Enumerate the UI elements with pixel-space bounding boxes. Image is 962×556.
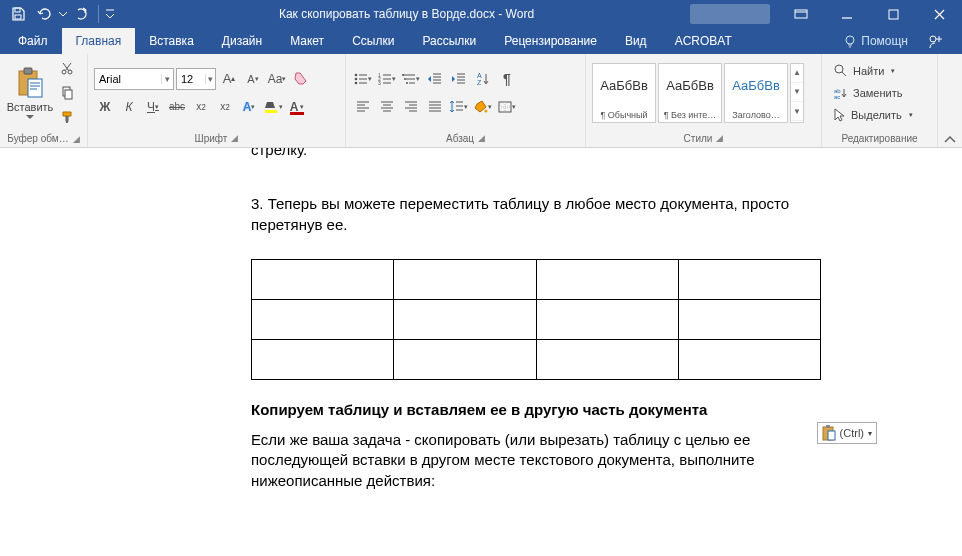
save-button[interactable] [6,2,30,26]
shrink-font-button[interactable]: A▾ [242,68,264,90]
svg-text:3: 3 [378,80,381,85]
bullets-button[interactable]: ▾ [352,68,374,90]
increase-indent-button[interactable] [448,68,470,90]
body-text[interactable]: 3. Теперь вы можете переместить таблицу … [251,194,821,235]
cut-button[interactable] [56,58,78,80]
line-spacing-icon [450,100,464,114]
document-page[interactable]: стрелку. 3. Теперь вы можете переместить… [91,148,871,556]
show-marks-button[interactable]: ¶ [496,68,518,90]
paste-label: Вставить [7,101,54,113]
underline-button[interactable]: Ч▾ [142,96,164,118]
document-table[interactable] [251,259,821,380]
svg-rect-13 [265,110,277,113]
tab-layout[interactable]: Макет [276,28,338,54]
body-text[interactable]: стрелку. [251,148,821,160]
tab-references[interactable]: Ссылки [338,28,408,54]
indent-icon [452,73,466,85]
tab-acrobat[interactable]: ACROBAT [661,28,746,54]
style-no-spacing[interactable]: АаБбВв ¶ Без инте… [658,63,722,123]
styles-expand[interactable]: ▼ [791,102,803,121]
tab-review[interactable]: Рецензирование [490,28,611,54]
chevron-up-icon [944,136,956,144]
qat-customize-button[interactable] [103,2,117,26]
style-normal[interactable]: АаБбВв ¶ Обычный [592,63,656,123]
italic-button[interactable]: К [118,96,140,118]
font-color-button[interactable]: A▾ [286,96,308,118]
document-area[interactable]: стрелку. 3. Теперь вы можете переместить… [0,148,962,556]
style-name-label: ¶ Без инте… [659,108,721,122]
svg-rect-32 [826,425,830,428]
highlight-button[interactable]: ▾ [262,96,284,118]
superscript-button[interactable]: x2 [214,96,236,118]
tab-insert[interactable]: Вставка [135,28,208,54]
numbering-icon: 123 [378,73,392,85]
group-clipboard: Вставить Буфер обм…◢ [0,54,88,147]
undo-button[interactable] [32,2,56,26]
subscript-button[interactable]: x2 [190,96,212,118]
tab-view[interactable]: Вид [611,28,661,54]
redo-button[interactable] [70,2,94,26]
style-preview: АаБбВв [659,64,721,108]
align-center-button[interactable] [376,96,398,118]
strikethrough-button[interactable]: abc [166,96,188,118]
tell-me[interactable]: Помощн [833,34,918,48]
tab-home[interactable]: Главная [62,28,136,54]
cursor-icon [834,108,846,122]
paragraph-dialog-launcher[interactable]: ◢ [478,133,485,143]
close-button[interactable] [916,0,962,28]
tab-mailings[interactable]: Рассылки [408,28,490,54]
decrease-indent-button[interactable] [424,68,446,90]
paste-options-button[interactable]: (Ctrl) ▾ [817,422,877,444]
tab-file[interactable]: Файл [4,28,62,54]
styles-dialog-launcher[interactable]: ◢ [716,133,723,143]
paste-button[interactable]: Вставить [6,58,54,128]
copy-button[interactable] [56,82,78,104]
line-spacing-button[interactable]: ▾ [448,96,470,118]
multilevel-list-button[interactable]: ▾ [400,68,422,90]
format-painter-button[interactable] [56,106,78,128]
change-case-button[interactable]: Aa▾ [266,68,288,90]
tab-design[interactable]: Дизайн [208,28,276,54]
copy-icon [60,86,74,100]
sort-button[interactable]: AZ [472,68,494,90]
replace-button[interactable]: abac Заменить [828,83,919,103]
justify-button[interactable] [424,96,446,118]
text-effects-button[interactable]: A▾ [238,96,260,118]
font-size-input[interactable] [177,73,205,85]
font-size-combo[interactable]: ▾ [176,68,216,90]
undo-dropdown[interactable] [58,2,68,26]
font-group-label: Шрифт [195,133,228,144]
grow-font-button[interactable]: A▴ [218,68,240,90]
shading-button[interactable]: ▾ [472,96,494,118]
clipboard-dialog-launcher[interactable]: ◢ [73,134,80,144]
body-text[interactable]: Если же ваша задача - скопировать (или в… [251,430,821,491]
maximize-button[interactable] [870,0,916,28]
select-button[interactable]: Выделить▾ [828,105,919,125]
bold-button[interactable]: Ж [94,96,116,118]
svg-rect-12 [65,90,72,99]
user-account[interactable] [690,4,770,24]
styles-scroll-down[interactable]: ▼ [791,83,803,102]
find-button[interactable]: Найти▾ [828,61,919,81]
paste-options-label: (Ctrl) [840,427,864,439]
styles-scroll-up[interactable]: ▲ [791,64,803,83]
document-title: Как скопировать таблицу в Ворде.docx - W… [123,7,690,21]
font-name-combo[interactable]: ▾ [94,68,174,90]
style-heading1[interactable]: АаБбВв Заголово… [724,63,788,123]
document-heading[interactable]: Копируем таблицу и вставляем ее в другую… [251,400,821,420]
chevron-down-icon[interactable]: ▾ [205,74,215,84]
clear-formatting-button[interactable] [290,68,312,90]
chevron-down-icon[interactable]: ▾ [161,74,173,84]
svg-point-22 [404,78,406,80]
share-button[interactable] [918,28,954,54]
align-left-button[interactable] [352,96,374,118]
borders-button[interactable]: ▾ [496,96,518,118]
collapse-ribbon-button[interactable] [938,54,962,148]
numbering-button[interactable]: 123▾ [376,68,398,90]
font-name-input[interactable] [95,73,161,85]
clipboard-group-label: Буфер обм… [7,133,68,144]
ribbon-display-button[interactable] [778,0,824,28]
minimize-button[interactable] [824,0,870,28]
align-right-button[interactable] [400,96,422,118]
font-dialog-launcher[interactable]: ◢ [231,133,238,143]
